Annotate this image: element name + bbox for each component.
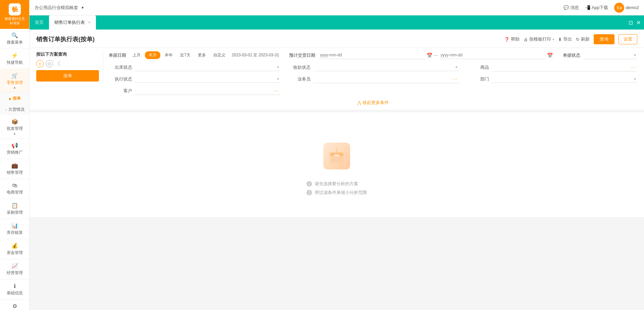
message-icon: 💬 <box>564 5 569 10</box>
date-label: 单据日期 <box>109 52 126 58</box>
message-label: 消息 <box>570 5 579 11</box>
salesperson-filter: 业务员 ··· <box>287 75 459 83</box>
refresh-button[interactable]: ↻ 刷新 <box>576 36 590 42</box>
customer-filter: 客户 ··· <box>109 87 280 95</box>
avatar: Ea <box>614 3 624 13</box>
template-print-button[interactable]: 🖨 按模板打印 ▾ <box>524 36 554 42</box>
retail-sub-menu: ● 按单 ○ 欠货情况 <box>0 93 29 115</box>
salesperson-select[interactable]: ··· <box>313 75 459 83</box>
tab-right-actions: ⊡ ✕ <box>629 19 644 26</box>
execution-status-filter: 执行状态 ▾ <box>109 75 280 83</box>
sidebar-item-finance[interactable]: 💰 资金管理 <box>0 239 29 259</box>
app-download-button[interactable]: 📲 App下载 <box>585 5 608 11</box>
delivery-status-filter: 出库状态 ▾ <box>109 63 280 71</box>
restore-window-icon[interactable]: ⊡ <box>629 19 633 26</box>
settings-button[interactable]: 设置 <box>619 34 637 44</box>
sidebar-item-sys-mgmt[interactable]: ⚙ 系统管理 <box>0 300 29 310</box>
date-tab-近7天[interactable]: 近7天 <box>177 51 194 59</box>
tab-home[interactable]: 首页 <box>30 15 49 30</box>
calendar-start-icon[interactable]: 📅 <box>427 53 432 58</box>
download-icon: 📲 <box>585 5 590 10</box>
sidebar-item-search-menu[interactable]: 🔍 搜索菜单 <box>0 29 29 49</box>
avatar-text: Ea <box>617 5 622 10</box>
product-select[interactable]: ··· <box>492 63 637 71</box>
help-button[interactable]: ❓ 帮助 <box>504 36 520 42</box>
date-tab-本年[interactable]: 本年 <box>162 51 176 59</box>
sys-mgmt-icon: ⚙ <box>12 303 17 309</box>
date-tabs: 上月 本月 本年 近7天 更多 自定义 <box>129 51 228 59</box>
sidebar-item-quick-nav[interactable]: ⚡ 快捷导航 <box>0 49 29 69</box>
active-tab-label: 销售订单执行表 <box>54 19 85 25</box>
export-button[interactable]: ⬇ 导出 <box>558 36 572 42</box>
department-filter: 部门 ▾ <box>466 75 637 83</box>
sales-mgmt-icon: 💼 <box>11 162 18 169</box>
delivery-date-end-input[interactable] <box>439 51 546 59</box>
sidebar-item-label: 采购管理 <box>7 210 23 215</box>
inventory-icon: 📊 <box>11 222 18 229</box>
step-num-1: 1 <box>307 181 312 187</box>
empty-illustration <box>320 139 354 173</box>
date-tab-上月[interactable]: 上月 <box>129 51 144 59</box>
collapse-sidebar-button[interactable]: 《 <box>55 60 60 67</box>
sidebar-item-label: 经营管理 <box>7 270 23 276</box>
sidebar-item-label: 搜索菜单 <box>7 40 23 45</box>
home-tab-label: 首页 <box>35 19 44 25</box>
user-menu[interactable]: Ea demo2 <box>614 3 639 13</box>
sidebar-item-ecom-mgmt[interactable]: 🛍 电商管理 <box>0 179 29 199</box>
department-select[interactable]: ▾ <box>492 75 637 83</box>
department-label: 部门 <box>466 76 489 82</box>
order-status-select[interactable]: ▾ <box>584 52 637 59</box>
calendar-end-icon[interactable]: 📅 <box>547 53 553 58</box>
sidebar-item-operations[interactable]: 📈 经营管理 <box>0 259 29 279</box>
sidebar-item-wholesale-mgmt[interactable]: 📦 批发管理 ▲ <box>0 115 29 139</box>
sidebar-item-basic-info[interactable]: ℹ 基础信息 <box>0 279 29 300</box>
execution-status-select[interactable]: ▾ <box>135 75 280 83</box>
date-tab-本月[interactable]: 本月 <box>145 51 160 59</box>
chevron-down-icon: ▾ <box>455 65 458 69</box>
collapse-more-label: 收起更多条件 <box>363 100 389 106</box>
help-label: 帮助 <box>511 36 520 42</box>
empty-state: 1 请先选择要分析的方案 2 用过滤条件来缩小分析范围 <box>30 112 644 217</box>
sidebar-item-sales-mgmt[interactable]: 💼 销售管理 <box>0 159 29 179</box>
chevron-down-icon[interactable]: ▾ <box>82 5 84 10</box>
sidebar-item-label: 批发管理 <box>7 126 23 132</box>
copy-scheme-button[interactable]: ⊙ <box>46 60 53 67</box>
sidebar-item-marketing[interactable]: 📢 营销推广 <box>0 139 29 159</box>
delivery-date-start-input[interactable] <box>319 51 425 59</box>
svg-rect-2 <box>334 154 339 156</box>
tab-close-icon[interactable]: × <box>88 20 91 25</box>
sidebar-item-retail-mgmt[interactable]: 🛒 零售管理 ▲ <box>0 69 29 93</box>
scheme-按单[interactable]: 按单 <box>36 70 99 82</box>
product-filter: 商品 ··· <box>466 63 637 71</box>
date-range-text: 2023-03-01 至 2023-03-31 <box>232 52 279 58</box>
expected-delivery-label: 预计交货日期 <box>289 52 315 58</box>
date-separator: — <box>434 53 438 58</box>
chevron-down-icon: ▾ <box>634 77 636 81</box>
delivery-status-select[interactable]: ▾ <box>135 64 280 71</box>
sidebar-item-purchase-mgmt[interactable]: 📋 采购管理 <box>0 199 29 219</box>
sidebar-item-label: 电商管理 <box>7 190 23 195</box>
customer-select[interactable]: ··· <box>135 87 280 95</box>
close-window-icon[interactable]: ✕ <box>636 19 641 26</box>
payment-status-select[interactable]: ▾ <box>313 64 459 71</box>
sidebar-item-inventory[interactable]: 📊 库存核算 <box>0 219 29 239</box>
app-logo[interactable]: 畅 畅捷通好生意 标准版 <box>0 0 29 29</box>
add-scheme-button[interactable]: + <box>36 60 44 67</box>
ecom-mgmt-icon: 🛍 <box>12 183 17 189</box>
sidebar-sub-item-按单[interactable]: ● 按单 <box>0 93 29 104</box>
purchase-mgmt-icon: 📋 <box>11 202 18 209</box>
date-tab-自定义[interactable]: 自定义 <box>210 51 228 59</box>
logo-icon: 畅 <box>9 3 21 15</box>
sidebar-item-label: 基础信息 <box>7 290 23 296</box>
empty-step-1: 1 请先选择要分析的方案 <box>307 179 367 188</box>
tab-sales-order[interactable]: 销售订单执行表 × <box>49 15 96 30</box>
template-print-arrow-icon: ▾ <box>552 38 554 41</box>
sidebar-sub-item-欠货情况[interactable]: ○ 欠货情况 <box>0 104 29 115</box>
date-tab-更多[interactable]: 更多 <box>195 51 209 59</box>
chevron-down-icon: ▾ <box>634 53 636 57</box>
collapse-more-button[interactable]: ⋀ 收起更多条件 <box>109 98 637 106</box>
query-button[interactable]: 查询 <box>594 34 614 44</box>
sidebar-item-label: 库存核算 <box>7 230 23 236</box>
topbar-left: 办公用品行业模拟账套 ▾ <box>35 5 84 11</box>
message-button[interactable]: 💬 消息 <box>564 5 579 11</box>
